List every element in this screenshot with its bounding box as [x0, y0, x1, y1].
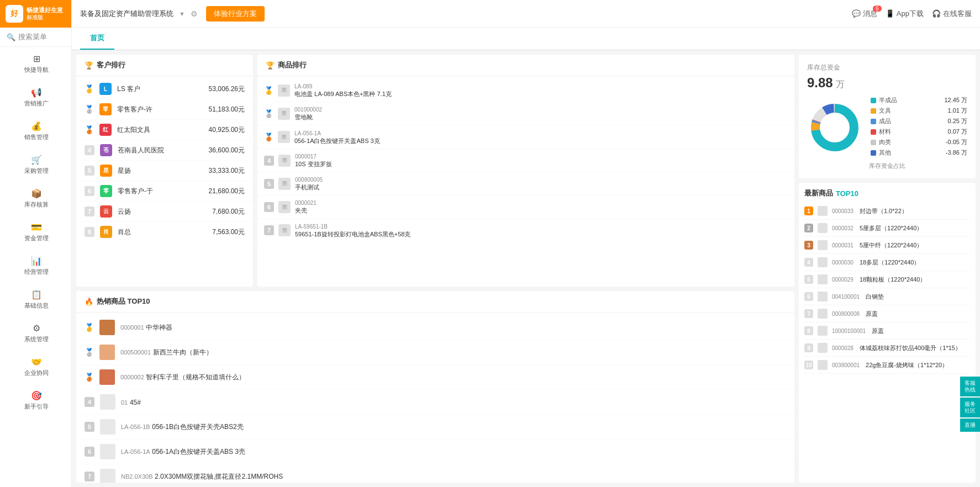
product-image: 图: [278, 84, 290, 97]
cs-hotline-btn[interactable]: 客服热线: [960, 377, 980, 396]
sidebar-item-enterprise[interactable]: 🤝 企业协同: [0, 350, 71, 384]
product-name: 夹壳: [295, 207, 788, 214]
legend-item: 材料 0.07 万: [871, 128, 967, 136]
customer-avatar: 肖: [100, 226, 112, 238]
new-product-image: [818, 274, 828, 284]
new-product-name: 封边带（1.0*22）: [860, 207, 970, 215]
customer-amount: 21,680.00元: [209, 187, 245, 196]
product-info: LA-089 电池盖 LA-089 ABS本色+黑种 7.1克: [294, 83, 788, 98]
newest-product-item: 6 004100001 白钢垫: [804, 288, 970, 305]
product-info: 0000017 10S 变扭罗扳: [295, 153, 788, 168]
guide-icon: 🎯: [31, 390, 42, 401]
new-product-image: [818, 292, 828, 301]
nav-label-finance: 资金管理: [24, 234, 49, 242]
hot-product-item: 🥇 0000001 中华神器: [76, 315, 794, 340]
rank-number: 8: [85, 227, 94, 237]
new-product-code: 10000100001: [832, 328, 866, 334]
sidebar-search[interactable]: 🔍 搜索菜单: [0, 28, 71, 47]
sidebar-nav: ⊞ 快捷导航 📢 营销推广 💰 销售管理 🛒 采购管理 📦 库存核算 💳 资金管…: [0, 47, 71, 487]
legend-value: 0.25 万: [948, 117, 967, 125]
sidebar-item-finance[interactable]: 💳 资金管理: [0, 215, 71, 249]
sidebar-item-sales[interactable]: 💰 销售管理: [0, 114, 71, 148]
hot-product-image: [99, 369, 115, 385]
settings-icon[interactable]: ⚙: [191, 9, 198, 18]
rank-number: 5: [85, 422, 94, 432]
new-product-name: 22g鱼豆腐-烧烤味（1*12*20）: [866, 361, 970, 369]
legend-item: 其他 -3.86 万: [871, 149, 967, 157]
trophy2-icon: 🏆: [266, 61, 275, 70]
tab-home[interactable]: 首页: [80, 28, 114, 50]
new-product-code: 000800008: [832, 311, 860, 317]
rank-number: 5: [85, 166, 94, 176]
hot-product-item: 🥈 000500001 新西兰牛肉（新牛）: [76, 340, 794, 365]
sidebar-item-basics[interactable]: 📋 基础信息: [0, 283, 71, 316]
hot-product-info: 01 45#: [121, 398, 786, 406]
medal-icon: 🥉: [264, 133, 273, 141]
new-product-image: [818, 309, 828, 319]
new-rank-number: 7: [804, 309, 813, 318]
medal-icon: 🥉: [85, 373, 94, 382]
trial-button[interactable]: 体验行业方案: [206, 6, 265, 22]
rank-number: 4: [264, 156, 274, 166]
sales-icon: 💰: [31, 121, 42, 131]
newest-product-item: 9 0000028 体城荔枝味苏打饮品400毫升（1*15）: [804, 340, 970, 357]
cs-live-btn[interactable]: 直播: [960, 419, 980, 432]
phone-icon: 📱: [886, 9, 894, 18]
customer-avatar: 零: [99, 103, 112, 115]
new-rank-number: 4: [804, 258, 813, 267]
app-download-btn[interactable]: 📱 App下载: [886, 9, 924, 19]
sidebar-item-operations[interactable]: 📊 经营管理: [0, 249, 71, 283]
message-btn[interactable]: 💬 消息 6: [852, 9, 877, 19]
sidebar-item-inventory[interactable]: 📦 库存核算: [0, 182, 71, 215]
new-rank-number: 5: [804, 275, 813, 284]
new-product-code: 0000031: [832, 242, 853, 248]
rank-number: 5: [264, 179, 274, 189]
hot-product-name: 056-1A白色按键开关盖ABS 3壳: [152, 448, 245, 456]
online-service-btn[interactable]: 🎧 在线客服: [932, 9, 972, 19]
hot-product-code: NB2.0X30B: [121, 473, 152, 480]
donut-container: 半成品 12.45 万 文具 1.01 万 成品 0.25 万 材料 0.07 …: [807, 96, 967, 159]
new-product-image: [818, 257, 828, 267]
customer-name: LS 客户: [117, 84, 203, 94]
legend-dot: [871, 119, 876, 124]
headset-icon: 🎧: [932, 9, 941, 18]
system-icon: ⚙: [33, 323, 40, 334]
message-badge: 6: [873, 6, 882, 12]
sidebar-item-purchase[interactable]: 🛒 采购管理: [0, 148, 71, 182]
medal-icon: 🥉: [85, 125, 94, 134]
customer-name: 零售客户-许: [117, 105, 203, 114]
sidebar-item-system[interactable]: ⚙ 系统管理: [0, 316, 71, 350]
product-name: 056-1A白色按键开关盖ABS 3克: [294, 137, 788, 145]
content-area: 🏆 客户排行 🥇 L LS 客户 53,006.26元 🥈 零 零售客户-许 5…: [72, 50, 980, 487]
hot-product-item: 4 01 45#: [76, 390, 794, 415]
dropdown-arrow-icon[interactable]: ▼: [179, 10, 185, 17]
legend-value: 12.45 万: [944, 96, 967, 104]
legend-name: 文具: [879, 107, 945, 115]
hot-product-code: LA-056-1A: [121, 448, 150, 455]
hot-product-info: LA-056-1B 056-1B白色按键开关壳ABS2壳: [121, 422, 786, 432]
new-rank-number: 9: [804, 343, 813, 352]
nav-label-basics: 基础信息: [24, 301, 49, 310]
inventory-subtitle: 库存资金占比: [807, 162, 967, 170]
customer-avatar: 星: [100, 165, 112, 177]
cs-community-btn[interactable]: 服务社区: [960, 398, 980, 417]
customer-amount: 40,925.00元: [209, 125, 245, 135]
nav-label-inventory: 库存核算: [24, 200, 49, 209]
legend-dot: [871, 108, 876, 114]
newest-product-item: 10 003800001 22g鱼豆腐-烧烤味（1*12*20）: [804, 357, 970, 374]
sidebar-item-marketing[interactable]: 📢 营销推广: [0, 81, 71, 114]
product-ranking-panel: 🏆 商品排行 🥇 图 LA-089 电池盖 LA-089 ABS本色+黑种 7.…: [257, 55, 794, 287]
product-rank-item: 🥈 图 001000002 雪地靴: [257, 102, 794, 125]
newest-product-item: 5 0000029 18颗粒板（1220*2440）: [804, 271, 970, 288]
medal-icon: 🥈: [264, 109, 273, 118]
header-right: 💬 消息 6 📱 App下载 🎧 在线客服: [852, 9, 972, 19]
product-code: 0000017: [295, 153, 788, 160]
product-name: 10S 变扭罗扳: [295, 160, 788, 168]
new-rank-number: 8: [804, 326, 813, 335]
hot-product-info: LA-056-1A 056-1A白色按键开关盖ABS 3壳: [121, 447, 786, 457]
sidebar-item-guide[interactable]: 🎯 新手引导: [0, 384, 71, 417]
customer-name: 零售客户-于: [118, 187, 203, 196]
sidebar-item-quick-nav[interactable]: ⊞ 快捷导航: [0, 47, 71, 81]
customer-rank-item: 🥈 零 零售客户-许 51,183.00元: [76, 99, 253, 120]
medal-icon: 🥇: [85, 323, 94, 332]
